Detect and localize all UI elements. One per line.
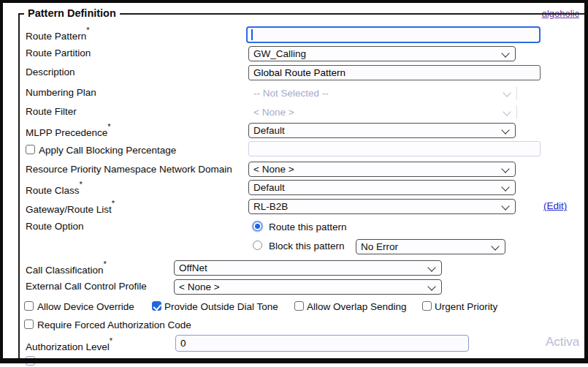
required-marker: * [107, 122, 110, 131]
selected-value: RL-B2B [253, 201, 288, 212]
external-call-control-label: External Call Control Profile [26, 281, 147, 292]
require-fac-checkbox[interactable] [24, 319, 34, 329]
edit-gateway-link[interactable]: (Edit) [543, 200, 567, 211]
resource-priority-select[interactable]: < None > [248, 162, 516, 177]
label-text: Gateway/Route List [26, 204, 112, 215]
chevron-down-icon [491, 242, 499, 250]
route-filter-select: < None > [248, 105, 517, 120]
label-text: Authorization Level [26, 341, 110, 352]
text-cursor [251, 29, 253, 40]
selected-value: < None > [179, 281, 220, 292]
required-marker: * [112, 199, 115, 208]
urgent-priority-label: Urgent Priority [435, 301, 497, 312]
authorization-level-input[interactable] [175, 335, 469, 352]
route-partition-label: Route Partition [26, 48, 91, 58]
block-reason-select[interactable]: No Error [356, 239, 505, 254]
label-text: Route Class [26, 185, 80, 196]
mlpp-precedence-label: MLPP Precedence* [26, 124, 111, 138]
route-pattern-label: Route Pattern* [26, 28, 90, 42]
call-classification-select[interactable]: OffNet [174, 260, 442, 276]
chevron-down-icon [501, 164, 509, 173]
route-this-pattern-label: Route this pattern [269, 222, 347, 232]
allow-overlap-sending-label: Allow Overlap Sending [307, 301, 407, 312]
chevron-down-icon [503, 88, 511, 97]
chevron-down-icon [501, 126, 509, 134]
block-this-pattern-label: Block this pattern [269, 241, 345, 251]
gateway-route-list-select[interactable]: RL-B2B [248, 199, 516, 214]
numbering-plan-select: -- Not Selected -- [248, 86, 517, 101]
required-marker: * [104, 260, 107, 268]
required-marker: * [86, 26, 89, 34]
route-partition-select[interactable]: GW_Calling [248, 46, 516, 61]
required-marker: * [110, 336, 112, 345]
require-fac-label: Require Forced Authorization Code [37, 319, 191, 330]
section-legend: Pattern Definition [24, 7, 120, 19]
apply-call-blocking-label: Apply Call Blocking Percentage [39, 145, 176, 156]
urgent-priority-checkbox[interactable] [422, 301, 432, 311]
selected-value: Default [253, 182, 285, 193]
call-blocking-percentage-input [248, 141, 541, 156]
selected-value: GW_Calling [253, 48, 306, 59]
apply-call-blocking-checkbox[interactable] [26, 145, 35, 154]
provide-outside-dial-tone-label: Provide Outside Dial Tone [164, 301, 278, 312]
block-this-pattern-radio[interactable] [253, 241, 262, 250]
bottom-border-bar [0, 358, 588, 363]
mlpp-precedence-select[interactable]: Default [248, 123, 516, 138]
selected-value: -- Not Selected -- [253, 88, 329, 99]
chevron-down-icon [503, 107, 511, 116]
route-class-select[interactable]: Default [248, 180, 516, 195]
route-this-pattern-radio[interactable] [253, 222, 262, 231]
selected-value: < None > [253, 107, 294, 118]
description-label: Description [26, 67, 75, 77]
call-classification-label: Call Classification* [26, 262, 107, 276]
allow-overlap-sending-checkbox[interactable] [294, 301, 304, 311]
chevron-down-icon [427, 282, 435, 290]
route-option-label: Route Option [26, 221, 84, 232]
external-call-control-select[interactable]: < None > [174, 279, 442, 295]
chevron-down-icon [501, 202, 509, 210]
resource-priority-label: Resource Priority Namespace Network Doma… [26, 164, 232, 175]
chevron-down-icon [501, 49, 509, 57]
numbering-plan-label: Numbering Plan [26, 87, 96, 98]
allow-device-override-label: Allow Device Override [37, 301, 134, 312]
label-text: MLPP Precedence [26, 127, 107, 138]
route-pattern-input[interactable] [246, 26, 541, 43]
route-class-label: Route Class* [26, 182, 83, 196]
watermark-activate: Activa [546, 335, 579, 349]
selected-value: Default [253, 125, 285, 136]
allow-device-override-checkbox[interactable] [24, 301, 34, 311]
provide-outside-dial-tone-checkbox[interactable] [152, 301, 161, 311]
label-text: Call Classification [26, 265, 104, 276]
label-text: Route Pattern [26, 31, 86, 42]
chevron-down-icon [427, 263, 435, 271]
selected-value: OffNet [179, 262, 207, 273]
route-filter-label: Route Filter [26, 106, 77, 117]
authorization-level-label: Authorization Level* [26, 338, 112, 352]
selected-value: < None > [253, 164, 294, 175]
selected-value: No Error [361, 241, 398, 252]
gateway-route-list-label: Gateway/Route List* [26, 201, 115, 215]
fieldset-border-left [18, 13, 20, 358]
chevron-down-icon [501, 183, 509, 191]
description-input[interactable] [248, 65, 541, 80]
required-marker: * [80, 180, 83, 189]
